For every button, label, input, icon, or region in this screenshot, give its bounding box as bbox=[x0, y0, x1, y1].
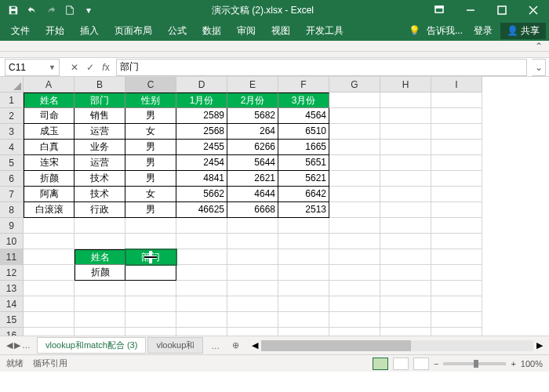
cell[interactable] bbox=[380, 265, 431, 281]
cell[interactable]: 女 bbox=[125, 124, 176, 140]
cell[interactable]: 销售 bbox=[75, 108, 125, 124]
cell[interactable]: 运营 bbox=[75, 124, 125, 140]
horizontal-scroll[interactable]: ◀ ▶ bbox=[245, 340, 549, 351]
cell[interactable] bbox=[380, 187, 431, 202]
cell[interactable] bbox=[227, 312, 278, 328]
row-header[interactable]: 10 bbox=[0, 234, 24, 249]
cell[interactable] bbox=[75, 234, 125, 249]
cell[interactable] bbox=[431, 202, 482, 218]
save-icon[interactable] bbox=[5, 2, 22, 19]
tab-developer[interactable]: 开发工具 bbox=[298, 20, 351, 41]
cell[interactable]: 折颜 bbox=[75, 265, 125, 281]
cell[interactable]: 男 bbox=[125, 155, 176, 171]
cell[interactable] bbox=[329, 218, 380, 234]
cell[interactable] bbox=[380, 296, 431, 312]
row-header[interactable]: 16 bbox=[0, 328, 24, 336]
zoom-slider[interactable] bbox=[443, 362, 506, 365]
ribbon-collapse-bar[interactable]: ⌃ bbox=[0, 41, 549, 52]
cell[interactable] bbox=[329, 312, 380, 328]
cell[interactable]: 2568 bbox=[176, 124, 227, 140]
cell[interactable]: 成玉 bbox=[24, 124, 75, 140]
cell[interactable] bbox=[125, 265, 176, 281]
cell[interactable] bbox=[24, 234, 75, 249]
cell[interactable] bbox=[227, 328, 278, 336]
cell[interactable]: 运营 bbox=[75, 155, 125, 171]
cell[interactable] bbox=[380, 234, 431, 249]
row-header[interactable]: 13 bbox=[0, 281, 24, 296]
cell[interactable] bbox=[125, 296, 176, 312]
col-header-f[interactable]: F bbox=[278, 77, 329, 93]
cell[interactable]: 4841 bbox=[176, 171, 227, 187]
ribbon-options-icon[interactable] bbox=[424, 0, 455, 20]
cell[interactable] bbox=[75, 218, 125, 234]
row-header[interactable]: 9 bbox=[0, 218, 24, 234]
zoom-thumb[interactable] bbox=[474, 360, 478, 368]
cell[interactable]: 2455 bbox=[176, 140, 227, 155]
cell[interactable] bbox=[431, 234, 482, 249]
cell[interactable] bbox=[278, 281, 329, 296]
cell[interactable] bbox=[125, 218, 176, 234]
cell[interactable] bbox=[75, 312, 125, 328]
sheet-tab[interactable]: vlookup和 bbox=[147, 337, 203, 354]
maximize-icon[interactable] bbox=[486, 0, 518, 20]
cell[interactable] bbox=[431, 140, 482, 155]
cell[interactable]: 姓名 bbox=[75, 249, 125, 265]
cell[interactable]: 5651 bbox=[278, 155, 329, 171]
cell[interactable] bbox=[431, 265, 482, 281]
cell[interactable] bbox=[227, 265, 278, 281]
cell[interactable]: 2454 bbox=[176, 155, 227, 171]
row-header[interactable]: 12 bbox=[0, 265, 24, 281]
cell[interactable] bbox=[431, 218, 482, 234]
cell[interactable]: 男 bbox=[125, 202, 176, 218]
scroll-left-icon[interactable]: ◀ bbox=[252, 340, 258, 350]
cell[interactable]: 4644 bbox=[227, 187, 278, 202]
chevron-down-icon[interactable]: ▼ bbox=[49, 64, 56, 71]
col-header-e[interactable]: E bbox=[227, 77, 278, 93]
cell[interactable] bbox=[176, 218, 227, 234]
cell[interactable]: 技术 bbox=[75, 171, 125, 187]
cell[interactable] bbox=[431, 171, 482, 187]
cell[interactable]: 白真 bbox=[24, 140, 75, 155]
cell[interactable]: 行政 bbox=[75, 202, 125, 218]
cell[interactable] bbox=[227, 218, 278, 234]
tab-review[interactable]: 审阅 bbox=[229, 20, 264, 41]
minimize-icon[interactable] bbox=[455, 0, 486, 20]
scroll-thumb[interactable] bbox=[261, 340, 411, 351]
tab-file[interactable]: 文件 bbox=[3, 20, 38, 41]
cell[interactable] bbox=[75, 328, 125, 336]
cell[interactable] bbox=[176, 296, 227, 312]
cell[interactable] bbox=[431, 124, 482, 140]
cell[interactable] bbox=[176, 312, 227, 328]
cell[interactable] bbox=[329, 124, 380, 140]
row-header[interactable]: 5 bbox=[0, 155, 24, 171]
cell[interactable] bbox=[278, 265, 329, 281]
formula-bar[interactable]: 部门 bbox=[116, 59, 527, 76]
cell[interactable] bbox=[125, 281, 176, 296]
new-icon[interactable] bbox=[61, 2, 78, 19]
cell[interactable]: 女 bbox=[125, 187, 176, 202]
sheet-prev-icon[interactable]: ◀ bbox=[6, 340, 13, 350]
cell[interactable]: 司命 bbox=[24, 108, 75, 124]
cell[interactable] bbox=[24, 296, 75, 312]
zoom-value[interactable]: 100% bbox=[521, 359, 543, 368]
cell[interactable]: 白滚滚 bbox=[24, 202, 75, 218]
cell[interactable] bbox=[380, 218, 431, 234]
cell[interactable] bbox=[227, 281, 278, 296]
cell[interactable] bbox=[24, 328, 75, 336]
cell[interactable] bbox=[380, 140, 431, 155]
cell[interactable] bbox=[125, 234, 176, 249]
cell[interactable] bbox=[24, 249, 75, 265]
cell[interactable] bbox=[24, 281, 75, 296]
cell[interactable] bbox=[278, 328, 329, 336]
cell[interactable] bbox=[329, 281, 380, 296]
zoom-out-icon[interactable]: − bbox=[434, 359, 438, 368]
cell[interactable] bbox=[329, 187, 380, 202]
cell[interactable] bbox=[329, 328, 380, 336]
cell[interactable] bbox=[329, 202, 380, 218]
cell[interactable] bbox=[431, 328, 482, 336]
cell[interactable]: 部门 bbox=[75, 93, 125, 108]
cell[interactable]: 6642 bbox=[278, 187, 329, 202]
view-break-icon[interactable] bbox=[413, 358, 429, 370]
cell[interactable] bbox=[329, 171, 380, 187]
cell[interactable]: 阿离 bbox=[24, 187, 75, 202]
